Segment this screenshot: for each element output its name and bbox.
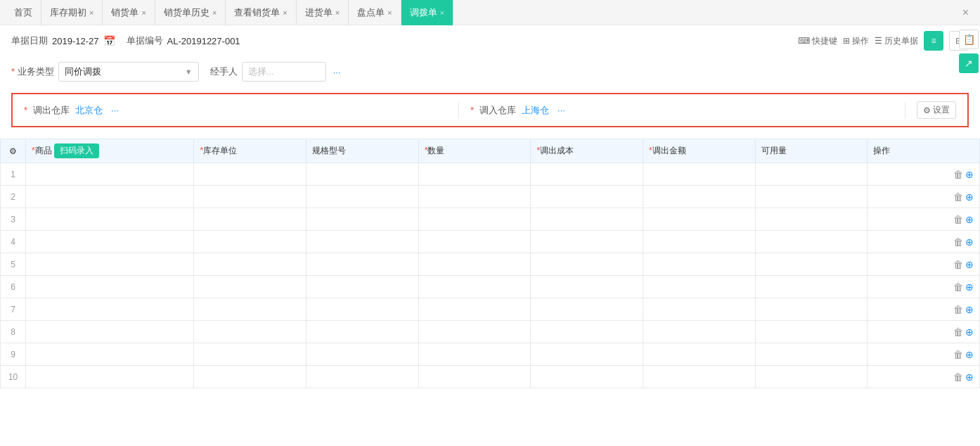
cost-cell[interactable] <box>531 321 643 343</box>
available-cell[interactable] <box>755 186 868 208</box>
cost-cell[interactable] <box>531 276 643 298</box>
product-cell[interactable] <box>26 321 194 343</box>
delete-icon[interactable]: 🗑 <box>953 304 963 315</box>
amount-cell[interactable] <box>643 343 756 366</box>
close-icon[interactable]: × <box>212 8 217 17</box>
qty-cell[interactable] <box>418 343 531 366</box>
delete-icon[interactable]: 🗑 <box>953 259 963 270</box>
delete-icon[interactable]: 🗑 <box>953 236 963 248</box>
copy-icon[interactable]: ⊕ <box>965 371 974 383</box>
tab-home[interactable]: 首页 <box>6 0 41 25</box>
person-more-button[interactable]: ··· <box>330 67 344 77</box>
warehouse-in-more-button[interactable]: ··· <box>555 105 568 115</box>
product-cell[interactable] <box>26 163 194 186</box>
unit-cell[interactable] <box>194 276 307 298</box>
expand-button[interactable]: ↗ <box>959 53 979 73</box>
available-cell[interactable] <box>755 321 868 343</box>
copy-icon[interactable]: ⊕ <box>965 236 974 248</box>
amount-cell[interactable] <box>643 163 756 186</box>
copy-icon[interactable]: ⊕ <box>965 326 974 338</box>
available-cell[interactable] <box>755 366 868 388</box>
delete-icon[interactable]: 🗑 <box>953 281 963 293</box>
amount-cell[interactable] <box>643 208 756 231</box>
qty-cell[interactable] <box>418 253 531 276</box>
copy-icon[interactable]: ⊕ <box>965 169 974 180</box>
close-icon[interactable]: × <box>387 8 392 17</box>
tab-view-sales[interactable]: 查看销货单 × <box>226 0 296 25</box>
product-cell[interactable] <box>26 366 194 388</box>
calendar-icon[interactable]: 📅 <box>103 35 115 46</box>
person-select[interactable]: 选择... <box>242 62 326 82</box>
spec-cell[interactable] <box>307 366 419 388</box>
unit-cell[interactable] <box>194 298 307 321</box>
settings-button[interactable]: ⚙ 设置 <box>917 101 956 119</box>
delete-icon[interactable]: 🗑 <box>953 349 963 360</box>
delete-icon[interactable]: 🗑 <box>953 371 963 383</box>
tab-purchase-order[interactable]: 进货单 × <box>297 0 349 25</box>
business-type-select[interactable]: 同价调拨 ▼ <box>58 62 199 82</box>
tab-sales-order[interactable]: 销货单 × <box>103 0 155 25</box>
qty-cell[interactable] <box>418 231 531 253</box>
spec-cell[interactable] <box>307 253 419 276</box>
unit-cell[interactable] <box>194 321 307 343</box>
unit-cell[interactable] <box>194 163 307 186</box>
available-cell[interactable] <box>755 298 868 321</box>
tab-transfer[interactable]: 调拨单 × <box>401 0 453 25</box>
warehouse-out-more-button[interactable]: ··· <box>108 105 122 115</box>
cost-cell[interactable] <box>531 163 643 186</box>
spec-cell[interactable] <box>307 321 419 343</box>
amount-cell[interactable] <box>643 298 756 321</box>
unit-cell[interactable] <box>194 208 307 231</box>
amount-cell[interactable] <box>643 366 756 388</box>
amount-cell[interactable] <box>643 186 756 208</box>
unit-cell[interactable] <box>194 186 307 208</box>
product-cell[interactable] <box>26 276 194 298</box>
unit-cell[interactable] <box>194 366 307 388</box>
available-cell[interactable] <box>755 253 868 276</box>
close-icon[interactable]: × <box>440 8 444 17</box>
product-cell[interactable] <box>26 343 194 366</box>
delete-icon[interactable]: 🗑 <box>953 214 963 225</box>
notes-button[interactable]: 📋 <box>959 30 979 49</box>
close-icon[interactable]: × <box>283 8 287 17</box>
delete-icon[interactable]: 🗑 <box>953 169 963 180</box>
close-icon[interactable]: × <box>141 8 146 17</box>
available-cell[interactable] <box>755 208 868 231</box>
amount-cell[interactable] <box>643 321 756 343</box>
scan-button[interactable]: 扫码录入 <box>54 144 99 158</box>
copy-icon[interactable]: ⊕ <box>965 259 974 270</box>
col-settings[interactable]: ⚙ <box>1 139 26 163</box>
product-cell[interactable] <box>26 186 194 208</box>
layout-btn-1[interactable]: ≡ <box>924 31 943 51</box>
spec-cell[interactable] <box>307 208 419 231</box>
copy-icon[interactable]: ⊕ <box>965 349 974 360</box>
close-icon[interactable]: × <box>89 8 94 17</box>
unit-cell[interactable] <box>194 343 307 366</box>
amount-cell[interactable] <box>643 276 756 298</box>
qty-cell[interactable] <box>418 208 531 231</box>
delete-icon[interactable]: 🗑 <box>953 191 963 203</box>
qty-cell[interactable] <box>418 186 531 208</box>
tab-inventory[interactable]: 盘点单 × <box>349 0 401 25</box>
spec-cell[interactable] <box>307 276 419 298</box>
qty-cell[interactable] <box>418 163 531 186</box>
spec-cell[interactable] <box>307 343 419 366</box>
cost-cell[interactable] <box>531 186 643 208</box>
available-cell[interactable] <box>755 163 868 186</box>
spec-cell[interactable] <box>307 163 419 186</box>
history-button[interactable]: ☰ 历史单据 <box>875 35 918 47</box>
close-icon[interactable]: × <box>335 8 340 17</box>
spec-cell[interactable] <box>307 298 419 321</box>
product-cell[interactable] <box>26 253 194 276</box>
amount-cell[interactable] <box>643 253 756 276</box>
qty-cell[interactable] <box>418 321 531 343</box>
spec-cell[interactable] <box>307 186 419 208</box>
copy-icon[interactable]: ⊕ <box>965 214 974 225</box>
tab-inventory-init[interactable]: 库存期初 × <box>41 0 103 25</box>
cost-cell[interactable] <box>531 208 643 231</box>
cost-cell[interactable] <box>531 231 643 253</box>
cost-cell[interactable] <box>531 253 643 276</box>
shortcuts-button[interactable]: ⌨ 快捷键 <box>798 35 837 47</box>
copy-icon[interactable]: ⊕ <box>965 191 974 203</box>
product-cell[interactable] <box>26 231 194 253</box>
